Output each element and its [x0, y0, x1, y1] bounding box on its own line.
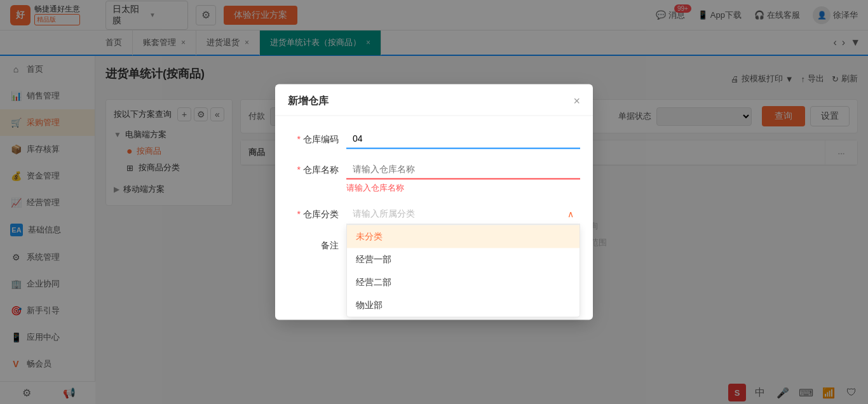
warehouse-type-list: 未分类 经营一部 经营二部 物业部 [346, 225, 580, 318]
warehouse-type-placeholder: 请输入所属分类 [353, 208, 415, 220]
warehouse-type-label: *仓库分类 [288, 204, 339, 220]
required-star-name: * [297, 165, 301, 175]
warehouse-name-error: 请输入仓库名称 [346, 182, 580, 194]
dialog-body: *仓库编码 *仓库名称 请输入仓库名称 *仓库分类 请输入所属分类 [275, 116, 593, 278]
dropdown-item-dept3[interactable]: 物业部 [347, 294, 580, 317]
warehouse-code-row: *仓库编码 [288, 129, 580, 149]
required-star-type: * [297, 209, 301, 219]
dialog-header: 新增仓库 × [275, 84, 593, 116]
warehouse-code-label: *仓库编码 [288, 129, 339, 145]
warehouse-name-row: *仓库名称 请输入仓库名称 [288, 159, 580, 194]
warehouse-name-input[interactable] [346, 159, 580, 180]
dropdown-item-dept2[interactable]: 经营二部 [347, 271, 580, 294]
required-star-code: * [297, 134, 301, 144]
warehouse-code-field [346, 129, 580, 149]
warehouse-type-dropdown: 请输入所属分类 ∧ 未分类 经营一部 经营二部 物业部 [346, 204, 580, 225]
dropdown-item-none[interactable]: 未分类 [347, 226, 580, 248]
warehouse-name-label: *仓库名称 [288, 159, 339, 176]
note-label: 备注 [288, 235, 339, 252]
warehouse-type-row: *仓库分类 请输入所属分类 ∧ 未分类 经营一部 经营二部 物业部 [288, 204, 580, 225]
warehouse-type-trigger[interactable]: 请输入所属分类 ∧ [346, 204, 580, 225]
dialog-title: 新增仓库 [288, 95, 329, 108]
warehouse-name-field: 请输入仓库名称 [346, 159, 580, 194]
warehouse-code-input[interactable] [346, 129, 580, 149]
dialog-close-btn[interactable]: × [573, 95, 580, 108]
dropdown-item-dept1[interactable]: 经营一部 [347, 248, 580, 271]
new-warehouse-dialog: 新增仓库 × *仓库编码 *仓库名称 请输入仓库名称 *仓库分类 [275, 84, 593, 320]
dropdown-up-arrow: ∧ [567, 209, 574, 219]
